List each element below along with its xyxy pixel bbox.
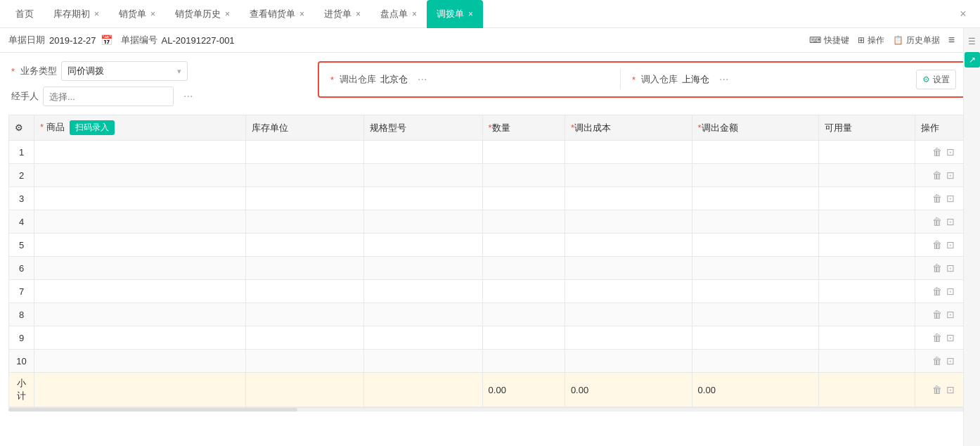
cell-cost[interactable] (565, 257, 692, 280)
cell-spec[interactable] (364, 326, 482, 350)
cell-spec[interactable] (364, 234, 482, 257)
tab-transfer-order[interactable]: 调拨单× (427, 0, 483, 28)
warehouse-out-more-icon[interactable]: ··· (418, 73, 427, 86)
cell-unit[interactable] (245, 373, 363, 407)
cell-unit[interactable] (245, 164, 363, 187)
cell-available[interactable] (819, 257, 915, 280)
cell-spec[interactable] (364, 350, 482, 373)
history-button[interactable]: 📋 历史单据 (893, 34, 940, 46)
cell-available[interactable] (819, 187, 915, 210)
operation-button[interactable]: ⊞ 操作 (858, 34, 884, 46)
cell-cost[interactable]: 0.00 (565, 373, 692, 407)
delete-row-button[interactable]: 🗑 (930, 191, 944, 205)
delete-row-button[interactable]: 🗑 (930, 331, 944, 345)
cell-cost[interactable] (565, 164, 692, 187)
cell-available[interactable] (819, 303, 915, 326)
cell-product[interactable] (34, 187, 246, 210)
sidebar-expand-button[interactable]: ↗ (965, 52, 980, 68)
copy-row-button[interactable]: ⊡ (944, 238, 957, 252)
cell-spec[interactable] (364, 373, 482, 407)
delete-row-button[interactable]: 🗑 (930, 168, 944, 182)
shortcut-button[interactable]: ⌨ 快捷键 (809, 34, 849, 46)
tab-home[interactable]: 首页 (6, 0, 44, 28)
cell-amount[interactable] (692, 350, 819, 373)
business-type-select[interactable]: 同价调拨 ▾ (61, 61, 188, 81)
cell-qty[interactable] (482, 234, 565, 257)
delete-row-button[interactable]: 🗑 (930, 307, 944, 321)
tab-inventory-count[interactable]: 盘点单× (370, 0, 427, 28)
tab-purchase-order[interactable]: 进货单× (314, 0, 370, 28)
cell-qty[interactable] (482, 280, 565, 303)
cell-product[interactable] (34, 373, 246, 407)
settings-button[interactable]: ⚙ 设置 (916, 70, 956, 89)
cell-unit[interactable] (245, 234, 363, 257)
copy-row-button[interactable]: ⊡ (944, 307, 957, 321)
copy-row-button[interactable]: ⊡ (944, 191, 957, 205)
cell-product[interactable] (34, 303, 246, 326)
cell-unit[interactable] (245, 187, 363, 210)
tab-close-sales-order[interactable]: × (150, 9, 155, 19)
cell-spec[interactable] (364, 280, 482, 303)
cell-unit[interactable] (245, 350, 363, 373)
delete-row-button[interactable]: 🗑 (930, 261, 944, 275)
tab-sales-order[interactable]: 销货单× (109, 0, 165, 28)
cell-amount[interactable] (692, 187, 819, 210)
cell-unit[interactable] (245, 326, 363, 350)
copy-row-button[interactable]: ⊡ (944, 354, 957, 368)
cell-qty[interactable] (482, 350, 565, 373)
cell-unit[interactable] (245, 141, 363, 164)
cell-product[interactable] (34, 234, 246, 257)
cell-amount[interactable] (692, 141, 819, 164)
cell-cost[interactable] (565, 210, 692, 234)
cell-spec[interactable] (364, 303, 482, 326)
cell-available[interactable] (819, 141, 915, 164)
cell-amount[interactable] (692, 234, 819, 257)
delete-row-button[interactable]: 🗑 (930, 145, 944, 159)
cell-cost[interactable] (565, 141, 692, 164)
cell-unit[interactable] (245, 280, 363, 303)
cell-amount[interactable] (692, 280, 819, 303)
sidebar-list-view-button[interactable]: ☰ (965, 34, 980, 49)
cell-unit[interactable] (245, 303, 363, 326)
th-settings[interactable]: ⚙ (9, 115, 34, 141)
cell-product[interactable] (34, 280, 246, 303)
cell-cost[interactable] (565, 303, 692, 326)
cell-available[interactable] (819, 234, 915, 257)
cell-unit[interactable] (245, 257, 363, 280)
cell-product[interactable] (34, 326, 246, 350)
person-input[interactable] (43, 87, 174, 106)
cell-product[interactable] (34, 164, 246, 187)
cell-spec[interactable] (364, 164, 482, 187)
warehouse-in-more-icon[interactable]: ··· (719, 73, 728, 86)
tab-close-transfer-order[interactable]: × (468, 9, 473, 19)
cell-amount[interactable] (692, 326, 819, 350)
cell-amount[interactable]: 0.00 (692, 373, 819, 407)
tab-close-inventory-init[interactable]: × (94, 9, 99, 19)
cell-amount[interactable] (692, 303, 819, 326)
calendar-icon[interactable]: 📅 (101, 34, 112, 46)
cell-amount[interactable] (692, 257, 819, 280)
cell-product[interactable] (34, 141, 246, 164)
cell-amount[interactable] (692, 210, 819, 234)
cell-qty[interactable] (482, 210, 565, 234)
cell-available[interactable] (819, 280, 915, 303)
cell-unit[interactable] (245, 210, 363, 234)
tab-sales-history[interactable]: 销货单历史× (165, 0, 240, 28)
copy-row-button[interactable]: ⊡ (944, 261, 957, 275)
tab-inventory-init[interactable]: 库存期初× (44, 0, 109, 28)
cell-cost[interactable] (565, 234, 692, 257)
cell-spec[interactable] (364, 187, 482, 210)
cell-available[interactable] (819, 164, 915, 187)
cell-qty[interactable] (482, 187, 565, 210)
tab-close-view-sales[interactable]: × (299, 9, 304, 19)
copy-row-button[interactable]: ⊡ (944, 215, 957, 229)
cell-cost[interactable] (565, 326, 692, 350)
cell-available[interactable] (819, 326, 915, 350)
window-close-button[interactable]: × (952, 3, 974, 25)
tab-close-purchase-order[interactable]: × (356, 9, 361, 19)
cell-qty[interactable] (482, 164, 565, 187)
scan-button[interactable]: 扫码录入 (70, 120, 115, 135)
cell-qty[interactable] (482, 141, 565, 164)
delete-row-button[interactable]: 🗑 (930, 383, 944, 397)
copy-row-button[interactable]: ⊡ (944, 331, 957, 345)
